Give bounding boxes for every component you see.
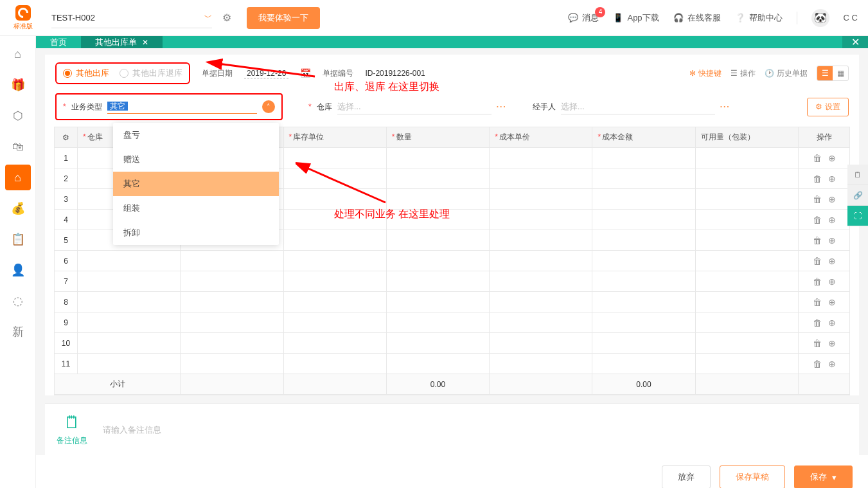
handler-input[interactable] (561, 99, 715, 114)
cell[interactable] (592, 312, 695, 333)
warehouse-input[interactable] (337, 99, 492, 114)
cell[interactable] (386, 292, 489, 312)
dropdown-item[interactable]: 其它 (113, 172, 279, 196)
add-icon[interactable]: ⊕ (828, 194, 836, 204)
cell[interactable] (695, 210, 798, 230)
add-icon[interactable]: ⊕ (828, 297, 836, 307)
delete-icon[interactable]: 🗑 (813, 215, 822, 225)
add-icon[interactable]: ⊕ (828, 256, 836, 266)
warehouse-field[interactable]: * 仓库 ··· (308, 99, 507, 114)
radio-outbound[interactable]: 其他出库 (63, 68, 109, 79)
save-button[interactable]: 保存 ▾ (794, 465, 853, 488)
logo[interactable]: 标准版 (10, 5, 36, 31)
cell[interactable] (592, 148, 695, 168)
biz-input[interactable]: 其它 (107, 100, 257, 114)
tab-home[interactable]: 首页 (36, 36, 81, 48)
cell[interactable] (283, 148, 386, 168)
add-icon[interactable]: ⊕ (828, 174, 836, 184)
add-icon[interactable]: ⊕ (828, 338, 836, 348)
delete-icon[interactable]: 🗑 (813, 256, 822, 266)
cell[interactable] (592, 168, 695, 189)
cell[interactable] (490, 292, 592, 312)
calendar-icon[interactable]: 📅 (300, 68, 311, 78)
cell[interactable] (283, 168, 386, 189)
dropdown-item[interactable]: 拆卸 (113, 221, 279, 245)
cell[interactable] (592, 271, 695, 292)
view-grid-icon[interactable]: ▦ (833, 66, 848, 80)
history-link[interactable]: 🕑 历史单据 (765, 68, 808, 79)
cell[interactable] (386, 210, 489, 230)
save-draft-button[interactable]: 保存草稿 (720, 465, 785, 488)
cell[interactable] (283, 230, 386, 251)
column-header[interactable]: *成本金额 (592, 127, 695, 148)
sidebar-new-icon[interactable]: 新 (5, 319, 31, 345)
sidebar-home-icon[interactable]: ⌂ (5, 41, 31, 67)
cell[interactable] (592, 189, 695, 210)
cell[interactable] (283, 271, 386, 292)
cell[interactable] (592, 354, 695, 374)
cell[interactable] (695, 271, 798, 292)
cell[interactable] (181, 292, 283, 312)
cell[interactable] (283, 354, 386, 374)
cell[interactable] (181, 333, 283, 354)
cell[interactable] (78, 333, 181, 354)
column-header[interactable]: *数量 (386, 127, 489, 148)
table-row[interactable]: 8🗑⊕ (55, 292, 850, 312)
delete-icon[interactable]: 🗑 (813, 359, 822, 369)
dropdown-item[interactable]: 组装 (113, 196, 279, 221)
delete-icon[interactable]: 🗑 (813, 276, 822, 287)
cell[interactable] (490, 168, 592, 189)
hotkey-link[interactable]: ✻ 快捷键 (689, 68, 722, 79)
sidebar-bag-icon[interactable]: 🛍 (5, 134, 31, 159)
more-icon[interactable]: ··· (497, 102, 507, 111)
cell[interactable] (78, 251, 181, 271)
avatar[interactable]: 🐼 (811, 9, 829, 27)
messages-link[interactable]: 💬 消息 4 (568, 12, 599, 24)
table-row[interactable]: 7🗑⊕ (55, 271, 850, 292)
table-row[interactable]: 10🗑⊕ (55, 333, 850, 354)
cell[interactable] (283, 333, 386, 354)
gear-icon[interactable]: ⚙ (222, 12, 231, 24)
cell[interactable] (490, 354, 592, 374)
add-icon[interactable]: ⊕ (828, 276, 836, 287)
cell[interactable] (181, 312, 283, 333)
gear-header[interactable]: ⚙ (55, 127, 78, 148)
cell[interactable] (592, 230, 695, 251)
cell[interactable] (283, 210, 386, 230)
dropdown-item[interactable]: 赠送 (113, 147, 279, 172)
cell[interactable] (592, 210, 695, 230)
cell[interactable] (695, 251, 798, 271)
add-icon[interactable]: ⊕ (828, 215, 836, 225)
cell[interactable] (283, 189, 386, 210)
cell[interactable] (695, 189, 798, 210)
sidebar-warehouse-icon[interactable]: ⌂ (5, 165, 31, 190)
cell[interactable] (386, 251, 489, 271)
cell[interactable] (386, 354, 489, 374)
cell[interactable] (78, 312, 181, 333)
add-icon[interactable]: ⊕ (828, 153, 836, 163)
cell[interactable] (695, 230, 798, 251)
radio-return[interactable]: 其他出库退库 (120, 68, 182, 79)
table-row[interactable]: 11🗑⊕ (55, 354, 850, 374)
delete-icon[interactable]: 🗑 (813, 174, 822, 184)
cell[interactable] (386, 271, 489, 292)
view-list-icon[interactable]: ☰ (817, 66, 833, 80)
business-type-field[interactable]: * 业务类型 其它 ˄ (63, 100, 275, 114)
cell[interactable] (490, 148, 592, 168)
discard-button[interactable]: 放弃 (662, 465, 711, 488)
cell[interactable] (386, 148, 489, 168)
try-button[interactable]: 我要体验一下 (247, 7, 320, 29)
cell[interactable] (386, 312, 489, 333)
table-row[interactable]: 6🗑⊕ (55, 251, 850, 271)
sidebar-clipboard-icon[interactable]: 📋 (5, 226, 31, 252)
help-center-link[interactable]: ❔ 帮助中心 (735, 12, 783, 24)
cell[interactable] (490, 312, 592, 333)
expand-tool-icon[interactable]: ⛶ (847, 206, 868, 226)
cell[interactable] (78, 292, 181, 312)
note-tool-icon[interactable]: 🗒 (847, 165, 868, 185)
dropdown-item[interactable]: 盘亏 (113, 123, 279, 147)
cell[interactable] (78, 354, 181, 374)
cell[interactable] (490, 189, 592, 210)
sidebar-contact-icon[interactable]: 👤 (5, 257, 31, 283)
cell[interactable] (695, 333, 798, 354)
